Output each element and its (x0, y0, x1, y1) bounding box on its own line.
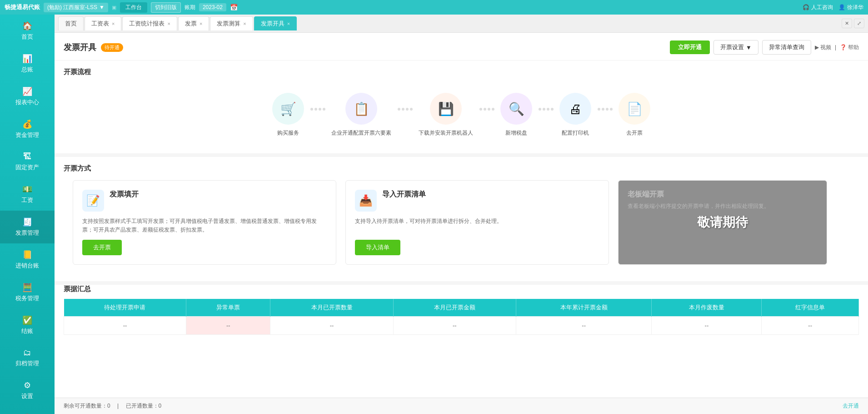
tab-home[interactable]: 首页 (58, 16, 84, 30)
tab-invoice-calc[interactable]: 发票测算 × (210, 16, 253, 30)
sidebar-item-invoice[interactable]: 🧾 发票管理 (0, 211, 55, 243)
separator: ▣ (112, 5, 116, 10)
configure-icon: 📋 (354, 101, 369, 116)
tab-restore-btn[interactable]: ⤢ (854, 19, 864, 28)
step-5-label: 配置打印机 (562, 129, 589, 137)
workflow-section: 开票流程 🛒 购买服务 📋 (55, 61, 868, 153)
chevron-down-icon: ▼ (99, 4, 105, 10)
opened-label: 已开通数量：0 (126, 403, 162, 409)
tax-icon: 🧮 (22, 283, 32, 293)
headset-icon: 🎧 (803, 4, 809, 10)
remaining-label: 剩余可开通数量：0 (64, 403, 110, 409)
summary-val-4: -- (516, 317, 652, 335)
settings-button[interactable]: 开票设置 ▼ (713, 40, 758, 55)
help-area: ▶ 视频 | ❓ 帮助 (815, 44, 859, 51)
sidebar-label-payroll: 工资 (21, 196, 33, 204)
settings-icon: ⚙ (24, 380, 31, 390)
workflow-step-2: 📋 企业开通配置开票六要素 (331, 93, 391, 137)
step-arrow-2 (391, 108, 419, 111)
assets-icon: 🏗 (23, 152, 31, 162)
company-selector[interactable]: (勉励) 江西服室-LSS ▼ (44, 3, 108, 12)
tab-payroll-report-label: 工资统计报表 (129, 20, 165, 28)
checkout-icon: ✅ (22, 315, 32, 325)
sidebar-item-archive[interactable]: 🗂 归档管理 (0, 342, 55, 374)
sidebar-item-checkout[interactable]: ✅ 结账 (0, 309, 55, 342)
page-header: 发票开具 待开通 立即开通 开票设置 ▼ 异常清单查询 ▶ 视频 (55, 33, 868, 61)
tab-invoice[interactable]: 发票 × (178, 16, 209, 30)
purchase-sales-icon: 📒 (22, 250, 32, 260)
open-now-button[interactable]: 立即开通 (670, 40, 710, 54)
tab-invoice-issue[interactable]: 发票开具 × (254, 16, 297, 30)
sidebar-item-guide[interactable]: 🎯 新手引导 (0, 407, 55, 414)
sidebar-item-tax[interactable]: 🧮 税务管理 (0, 276, 55, 309)
tab-invoice-issue-close[interactable]: × (287, 21, 290, 26)
content-area: 首页 工资表 × 工资统计报表 × 发票 × 发票测算 × 发票开具 × (55, 15, 868, 414)
home-icon: 🏠 (22, 21, 32, 31)
go-open-link[interactable]: 去开通 (843, 402, 859, 410)
consultant-btn[interactable]: 🎧 人工咨询 (803, 4, 833, 11)
step-4-icon: 🔍 (500, 93, 532, 125)
page-title-row: 发票开具 待开通 (64, 42, 123, 53)
sidebar-item-settings[interactable]: ⚙ 设置 (0, 374, 55, 407)
sidebar-item-payroll[interactable]: 💵 工资 (0, 178, 55, 211)
sidebar-item-purchase-sales[interactable]: 📒 进销台账 (0, 243, 55, 276)
workflow-step-4: 🔍 新增税盘 (500, 93, 532, 137)
archive-icon: 🗂 (23, 348, 31, 358)
method-1-title: 发票填开 (110, 190, 139, 199)
method-2-button[interactable]: 导入清单 (355, 240, 400, 255)
sidebar-item-ledger[interactable]: 📊 总账 (0, 47, 55, 80)
footer-separator: | (117, 403, 119, 409)
tab-payroll-close[interactable]: × (112, 21, 115, 26)
tab-invoice-label: 发票 (185, 20, 197, 28)
tab-invoice-close[interactable]: × (200, 21, 202, 26)
play-icon: ▶ (815, 44, 819, 50)
tab-payroll[interactable]: 工资表 × (85, 16, 121, 30)
summary-val-6: -- (762, 317, 859, 335)
sidebar-item-home[interactable]: 🏠 首页 (0, 15, 55, 47)
buy-service-icon: 🛒 (280, 101, 296, 116)
method-card-1: 📝 发票填开 支持按照发票样式手工填写开发票；可开具增值税电子普通发票、增值税普… (73, 180, 336, 265)
tab-payroll-report[interactable]: 工资统计报表 × (122, 16, 177, 30)
sidebar-item-assets[interactable]: 🏗 固定资产 (0, 146, 55, 178)
step-1-label: 购买服务 (277, 129, 299, 137)
summary-col-2: 本月已开票数量 (270, 299, 393, 317)
method-1-button[interactable]: 去开票 (82, 240, 122, 255)
abnormal-query-button[interactable]: 异常清单查询 (762, 40, 811, 55)
company-name: (勉励) 江西服室-LSS (47, 4, 97, 11)
help-link[interactable]: ❓ 帮助 (840, 44, 859, 51)
issue-invoice-icon: 📄 (627, 101, 643, 116)
summary-col-5: 本月作废数量 (652, 299, 762, 317)
summary-section: 票据汇总 待处理开票申请 异常单票 本月已开票数量 本月已开票金额 本年累计开票… (55, 285, 868, 344)
app-logo: 畅捷通易代账 (5, 3, 40, 11)
chevron-settings-icon: ▼ (746, 44, 752, 51)
tab-payroll-report-close[interactable]: × (167, 21, 170, 26)
sidebar-label-purchase-sales: 进销台账 (15, 262, 39, 270)
summary-row: -- -- -- -- -- -- -- (64, 317, 859, 335)
video-help[interactable]: ▶ 视频 (815, 44, 831, 51)
sidebar-label-funds: 资金管理 (15, 131, 39, 139)
user-profile[interactable]: 👤 徐泽华 (838, 4, 863, 11)
sidebar-item-reports[interactable]: 📈 报表中心 (0, 80, 55, 113)
workbench-button[interactable]: 工作台 (120, 2, 147, 13)
payroll-icon: 💵 (22, 184, 32, 194)
step-3-label: 下载并安装开票机器人 (419, 129, 473, 137)
workflow-step-1: 🛒 购买服务 (272, 93, 304, 137)
page-footer: 剩余可开通数量：0 | 已开通数量：0 去开通 (55, 398, 868, 414)
summary-val-3: -- (393, 317, 516, 335)
tab-invoice-calc-close[interactable]: × (243, 21, 246, 26)
step-arrow-4 (532, 108, 559, 111)
summary-col-1: 异常单票 (186, 299, 270, 317)
sidebar-item-funds[interactable]: 💰 资金管理 (0, 113, 55, 146)
workflow-title: 开票流程 (64, 68, 859, 76)
old-version-button[interactable]: 切到旧版 (151, 2, 181, 13)
question-icon: ❓ (840, 44, 847, 50)
step-arrow-3 (473, 108, 500, 111)
settings-button-label: 开票设置 (720, 43, 744, 51)
funds-icon: 💰 (22, 119, 32, 129)
period-badge[interactable]: 2023-02 (199, 3, 226, 11)
page-content: 发票开具 待开通 立即开通 开票设置 ▼ 异常清单查询 ▶ 视频 (55, 33, 868, 398)
tab-close-all-btn[interactable]: ✕ (842, 19, 852, 28)
sidebar-label-invoice: 发票管理 (15, 229, 39, 237)
step-6-label: 去开票 (626, 129, 643, 137)
user-name: 徐泽华 (847, 4, 863, 11)
